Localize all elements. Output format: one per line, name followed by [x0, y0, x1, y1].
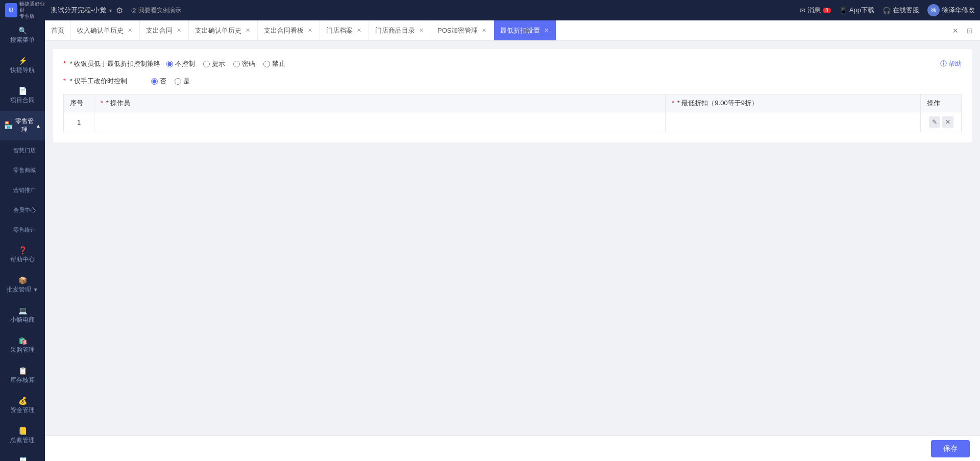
tab-close-payment-history[interactable]: ✕ [244, 27, 251, 34]
tab-close-payment-board[interactable]: ✕ [307, 27, 313, 34]
headset-icon: 🎧 [883, 7, 891, 14]
help-link[interactable]: ⓘ 帮助 [940, 59, 962, 68]
app-download-btn[interactable]: 📱 App下载 [839, 6, 874, 15]
discount-policy-label: * * 收银员低于最低折扣控制策略 [63, 59, 160, 68]
discount-policy-row: * * 收银员低于最低折扣控制策略 不控制 提示 [63, 59, 962, 68]
finance-icon: 💰 [4, 397, 41, 405]
demo-link[interactable]: ◎ 我要看实例演示 [131, 6, 181, 15]
expand-icon: ▼ [33, 287, 38, 293]
tab-pos-password[interactable]: POS加密管理 ✕ [431, 20, 494, 41]
logo-icon: 财 [5, 3, 17, 17]
sidebar-item-retail-manage[interactable]: 🏪 零售管理 ▲ [0, 111, 45, 140]
sidebar-item-invoice[interactable]: 🧾 发票管理 [0, 451, 45, 461]
tab-maximize-btn[interactable]: ⊡ [964, 25, 976, 36]
tab-home[interactable]: 首页 [45, 20, 71, 41]
phone-icon: 📱 [839, 7, 847, 14]
sidebar-item-purchase[interactable]: 🛍️ 采购管理 [0, 330, 45, 360]
cell-min-discount[interactable] [666, 112, 921, 132]
sidebar-item-batch-manage[interactable]: 📦 批发管理 ▼ [0, 270, 45, 300]
option-remind[interactable]: 提示 [203, 59, 225, 68]
save-button[interactable]: 保存 [931, 440, 970, 457]
min-discount-input[interactable] [672, 118, 914, 126]
logo-text: 畅捷通好业财 专业版 [19, 1, 46, 19]
col-header-operator: * * 操作员 [94, 94, 666, 112]
chevron-down-icon: ▾ [109, 8, 112, 13]
project-selector[interactable]: 测试分开完程-小觉 ▾ [51, 6, 112, 15]
batch-icon: 📦 [4, 276, 41, 284]
online-service-btn[interactable]: 🎧 在线客服 [883, 6, 919, 15]
demo-circle-icon: ◎ [131, 7, 136, 14]
sidebar-item-smart-store[interactable]: 智慧门店 [0, 140, 45, 160]
invoice-icon: 🧾 [4, 457, 41, 461]
manual-price-options: 否 是 [151, 77, 190, 86]
tab-close-payment-contract[interactable]: ✕ [176, 27, 182, 34]
accounting-icon: 📒 [4, 427, 41, 435]
purchase-icon: 🛍️ [4, 336, 41, 345]
discount-policy-options: 不控制 提示 密码 禁止 [166, 59, 285, 68]
tab-close-store-catalog[interactable]: ✕ [418, 27, 425, 34]
form-card: * * 收银员低于最低折扣控制策略 不控制 提示 [53, 49, 972, 142]
help-circle-icon: ⓘ [940, 59, 947, 68]
operator-input[interactable] [101, 118, 659, 126]
sidebar-item-retail-stats[interactable]: 零售统计 [0, 220, 45, 240]
tab-close-pos-password[interactable]: ✕ [481, 27, 487, 34]
footer-bar: 保存 [45, 435, 980, 461]
top-header: 财 畅捷通好业财 专业版 测试分开完程-小觉 ▾ ⚙ ◎ 我要看实例演示 ✉ 消… [0, 0, 980, 20]
tab-store-file[interactable]: 门店档案 ✕ [320, 20, 369, 41]
col-header-seq: 序号 [64, 94, 94, 112]
sidebar-item-retail-mall[interactable]: 零售商城 [0, 160, 45, 180]
edit-row-btn[interactable]: ✎ [929, 116, 940, 128]
store-icon: 🏪 [4, 121, 13, 129]
tab-bar: 首页 收入确认单历史 ✕ 支出合同 ✕ 支出确认单历史 ✕ 支出合同看板 ✕ 门… [45, 20, 980, 41]
cell-operator[interactable] [94, 112, 666, 132]
header-right: ✉ 消息 8 📱 App下载 🎧 在线客服 徐 徐泽华修改 [800, 4, 975, 16]
tab-bar-actions: ✕ ⊡ [949, 25, 980, 36]
tab-store-catalog[interactable]: 门店商品目录 ✕ [369, 20, 431, 41]
tab-payment-board[interactable]: 支出合同看板 ✕ [258, 20, 320, 41]
contract-icon: 📄 [4, 87, 41, 95]
cell-action: ✎ ✕ [921, 112, 962, 132]
table-row: 1 ✎ ✕ [64, 112, 962, 132]
delete-row-btn[interactable]: ✕ [942, 116, 953, 128]
message-badge: 8 [823, 8, 831, 13]
lightning-icon: ⚡ [4, 57, 41, 65]
message-icon: ✉ [800, 7, 805, 14]
tab-close-min-discount[interactable]: ✕ [543, 27, 550, 34]
user-profile-btn[interactable]: 徐 徐泽华修改 [927, 4, 975, 16]
content-area: 首页 收入确认单历史 ✕ 支出合同 ✕ 支出确认单历史 ✕ 支出合同看板 ✕ 门… [45, 20, 980, 461]
sidebar-item-help-center[interactable]: ❓ 帮助中心 [0, 240, 45, 270]
option-manual-yes[interactable]: 是 [175, 77, 190, 86]
avatar: 徐 [927, 4, 940, 16]
inventory-icon: 📋 [4, 367, 41, 375]
sidebar-item-finance[interactable]: 💰 资金管理 [0, 391, 45, 421]
tab-close-all-btn[interactable]: ✕ [949, 25, 962, 36]
settings-icon[interactable]: ⚙ [116, 6, 123, 15]
col-header-min-discount: * * 最低折扣（9.00等于9折） [666, 94, 921, 112]
option-password[interactable]: 密码 [233, 59, 255, 68]
help-icon: ❓ [4, 246, 41, 254]
option-no-control[interactable]: 不控制 [166, 59, 195, 68]
sidebar-item-search-menu[interactable]: 🔍 搜索菜单 [0, 20, 45, 51]
option-manual-no[interactable]: 否 [151, 77, 166, 86]
sidebar: 🔍 搜索菜单 ⚡ 快捷导航 📄 项目合同 🏪 零售管理 ▲ 智慧门店 零售商城 … [0, 20, 45, 461]
manual-price-label: * * 仅手工改价时控制 [63, 77, 145, 86]
logo-area: 财 畅捷通好业财 专业版 [5, 1, 46, 19]
tab-payment-contract[interactable]: 支出合同 ✕ [140, 20, 189, 41]
sidebar-item-quick-nav[interactable]: ⚡ 快捷导航 [0, 51, 45, 81]
sidebar-item-ecommerce[interactable]: 💻 小畅电商 [0, 300, 45, 330]
sidebar-item-marketing[interactable]: 营销推广 [0, 180, 45, 200]
tab-min-discount[interactable]: 最低折扣设置 ✕ [494, 20, 556, 41]
collapse-icon: ▲ [36, 123, 41, 129]
tab-payment-history[interactable]: 支出确认单历史 ✕ [189, 20, 258, 41]
page-content: * * 收银员低于最低折扣控制策略 不控制 提示 [45, 41, 980, 435]
messages-btn[interactable]: ✉ 消息 8 [800, 6, 831, 15]
sidebar-item-inventory[interactable]: 📋 库存核算 [0, 360, 45, 391]
discount-table: 序号 * * 操作员 * * 最低折扣（9.00等于9折） 操作 [63, 94, 962, 132]
sidebar-item-member-center[interactable]: 会员中心 [0, 200, 45, 220]
tab-close-store-file[interactable]: ✕ [356, 27, 362, 34]
tab-income-history[interactable]: 收入确认单历史 ✕ [71, 20, 140, 41]
option-forbid[interactable]: 禁止 [263, 59, 285, 68]
sidebar-item-accounting[interactable]: 📒 总账管理 [0, 421, 45, 451]
sidebar-item-project-contract[interactable]: 📄 项目合同 [0, 81, 45, 111]
tab-close-income-history[interactable]: ✕ [127, 27, 133, 34]
